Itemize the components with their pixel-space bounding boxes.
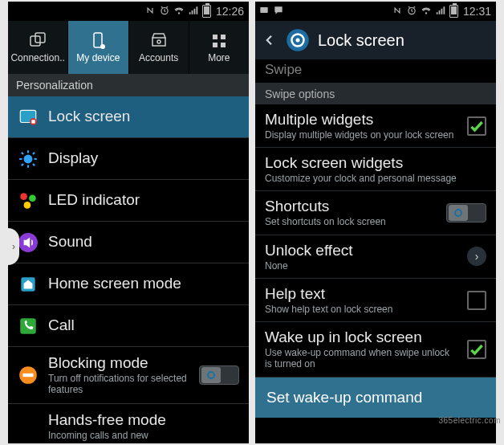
row-subtitle: Set shortcuts on lock screen [265, 216, 438, 227]
row-display[interactable]: Display [8, 138, 249, 180]
battery-icon [202, 5, 211, 18]
svg-rect-7 [221, 35, 226, 39]
screenshot-lock-screen-settings: 12:31 Lock screen Swipe Swipe options Mu… [255, 2, 496, 443]
hands-free-icon [18, 417, 39, 438]
row-title: Blocking mode [48, 355, 189, 372]
settings-category-tabs: Connection.. My device Accounts More [8, 21, 249, 74]
row-title: Hands-free mode [48, 412, 166, 429]
svg-rect-23 [260, 7, 267, 13]
home-mode-icon [18, 274, 39, 295]
row-title: Home screen mode [48, 276, 181, 292]
section-header-personalization: Personalization [8, 74, 249, 96]
row-lock-screen-widgets[interactable]: Lock screen widgets Customize your clock… [255, 148, 496, 191]
tab-accounts[interactable]: Accounts [129, 21, 189, 74]
row-subtitle: None [265, 260, 459, 271]
my-device-icon [88, 31, 108, 51]
svg-point-17 [24, 202, 31, 209]
tab-label: My device [76, 52, 120, 63]
row-sound[interactable]: Sound [8, 222, 249, 263]
row-shortcuts[interactable]: Shortcuts Set shortcuts on lock screen [255, 191, 496, 235]
row-call[interactable]: Call [8, 305, 249, 347]
alarm-icon [406, 5, 417, 18]
row-subtitle: Turn off notifications for selected feat… [48, 374, 189, 396]
display-icon [18, 149, 39, 169]
row-title: Lock screen [48, 108, 130, 125]
svg-rect-9 [221, 43, 226, 47]
lock-screen-icon [18, 107, 39, 128]
row-title: LED indicator [48, 192, 140, 209]
connections-icon [28, 31, 47, 51]
alarm-icon [159, 5, 170, 18]
row-blocking-mode[interactable]: Blocking mode Turn off notifications for… [8, 347, 249, 404]
status-bar: 12:31 [255, 2, 496, 21]
screenshot-settings-tabs: 12:26 Connection.. My device Accounts M [8, 2, 249, 443]
wake-up-checkbox[interactable] [467, 340, 486, 359]
message-icon [273, 5, 284, 18]
wifi-icon [173, 5, 185, 18]
section-header-swipe-options: Swipe options [255, 84, 496, 104]
status-bar: 12:26 [8, 2, 249, 21]
row-title: Swipe [265, 62, 486, 78]
row-title: Lock screen widgets [265, 154, 486, 172]
tab-label: Accounts [139, 52, 178, 63]
row-title: Display [48, 150, 98, 167]
row-subtitle: Incoming calls and new [48, 431, 166, 442]
row-multiple-widgets[interactable]: Multiple widgets Display multiple widget… [255, 104, 496, 148]
row-lock-screen[interactable]: Lock screen [8, 96, 249, 138]
blocking-mode-toggle[interactable] [199, 365, 239, 385]
multi-window-tray-handle[interactable]: › [8, 228, 19, 265]
notification-icon [258, 5, 270, 18]
help-text-checkbox[interactable] [467, 291, 486, 310]
row-subtitle: Customize your clock and personal messag… [265, 173, 486, 184]
svg-rect-22 [23, 374, 34, 377]
row-title: Sound [48, 234, 92, 251]
svg-point-5 [157, 40, 161, 43]
row-led-indicator[interactable]: LED indicator [8, 180, 249, 222]
call-icon [18, 316, 39, 337]
chevron-right-icon: › [467, 247, 486, 266]
shortcuts-toggle[interactable] [446, 203, 486, 222]
row-title: Multiple widgets [265, 111, 459, 129]
battery-icon [449, 5, 458, 18]
tab-connections[interactable]: Connection.. [8, 21, 68, 74]
status-time: 12:31 [463, 5, 491, 18]
sound-icon [18, 232, 39, 253]
led-icon [18, 190, 39, 211]
svg-point-4 [100, 44, 105, 49]
row-subtitle: Show help text on lock screen [265, 304, 459, 315]
signal-icon [188, 5, 199, 18]
nfc-icon [392, 5, 403, 18]
tab-label: Connection.. [10, 52, 64, 63]
svg-rect-3 [94, 33, 102, 47]
row-hands-free-mode[interactable]: Hands-free mode Incoming calls and new [8, 404, 249, 443]
tab-label: More [208, 52, 230, 63]
lock-screen-header-icon [286, 28, 310, 52]
row-screen-lock-swipe[interactable]: Swipe [255, 59, 496, 84]
blocking-icon [18, 365, 39, 386]
svg-rect-6 [213, 35, 217, 39]
row-title: Unlock effect [265, 242, 459, 259]
settings-list: Lock screen Display LED indicator Sound [8, 96, 249, 443]
status-time: 12:26 [216, 5, 244, 18]
row-title: Call [48, 317, 75, 334]
row-subtitle: Use wake-up command when swipe unlock is… [265, 347, 459, 370]
back-button[interactable] [262, 33, 278, 47]
wifi-icon [421, 5, 432, 18]
multiple-widgets-checkbox[interactable] [467, 116, 486, 136]
svg-rect-13 [31, 120, 35, 123]
nfc-icon [144, 5, 156, 18]
svg-point-15 [20, 193, 27, 200]
tab-my-device[interactable]: My device [68, 21, 128, 74]
row-set-wake-up-command[interactable]: Set wake-up command [255, 378, 496, 418]
row-help-text[interactable]: Help text Show help text on lock screen [255, 279, 496, 322]
row-wake-up-in-lock-screen[interactable]: Wake up in lock screen Use wake-up comma… [255, 322, 496, 378]
row-home-screen-mode[interactable]: Home screen mode [8, 263, 249, 305]
row-unlock-effect[interactable]: Unlock effect None › [255, 235, 496, 279]
row-title: Wake up in lock screen [265, 329, 459, 346]
row-title: Shortcuts [265, 198, 438, 215]
tab-more[interactable]: More [189, 21, 249, 74]
row-title: Help text [265, 285, 459, 303]
action-bar-title: Lock screen [318, 31, 404, 50]
svg-point-27 [296, 39, 300, 43]
svg-rect-8 [213, 43, 217, 47]
